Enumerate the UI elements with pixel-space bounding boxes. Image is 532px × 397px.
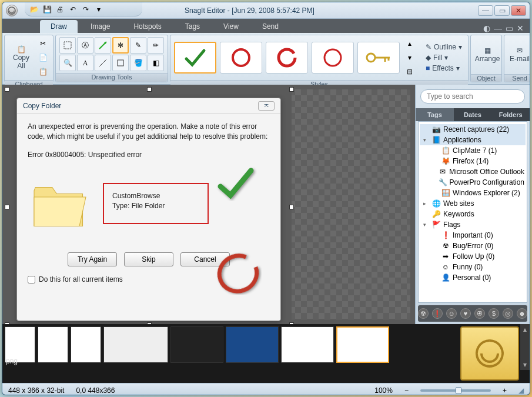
flag-swirl-icon[interactable]: ֎ [474,308,485,319]
zoom-knob[interactable] [456,387,461,394]
do-this-checkbox[interactable] [28,276,35,283]
maximize-button[interactable]: ▭ [494,5,510,16]
handle-ne[interactable] [289,87,294,92]
thumbnail[interactable] [281,326,334,363]
handle-n[interactable] [147,87,152,92]
tool-line[interactable] [95,55,111,71]
side-tab-folders[interactable]: Folders [491,108,530,121]
qat-dropdown-icon[interactable]: ▾ [94,5,103,14]
skip-button[interactable]: Skip [124,252,173,266]
search-input[interactable] [427,92,518,101]
style-checkmark-green[interactable] [174,42,216,74]
tool-select[interactable] [59,37,76,54]
tree-row[interactable]: ☢Bug/Error (0) [420,241,526,251]
outline-dropdown[interactable]: ✎Outline ▾ [423,42,464,52]
tree-row[interactable]: 🔧PowerPro Configuration [420,177,526,188]
thumbnail-list[interactable] [2,324,458,383]
search-box[interactable] [420,89,525,104]
print-icon[interactable]: 🖨 [55,5,65,14]
redo-icon[interactable]: ↷ [81,5,91,14]
canvas-selection[interactable]: Copy Folder ㅈ An unexpected error is pre… [7,89,292,325]
undo-icon[interactable]: ↶ [68,5,78,14]
flag-love-icon[interactable]: ♥ [460,308,471,319]
canvas-area[interactable]: Copy Folder ㅈ An unexpected error is pre… [2,85,415,324]
ribbon-tab-draw[interactable]: Draw [40,20,78,33]
tool-text[interactable]: A [77,55,93,71]
style-circle-brush[interactable] [266,42,308,74]
side-tab-tags[interactable]: Tags [416,108,454,121]
paste-button[interactable]: 📋 [36,65,49,78]
copy-button[interactable]: 📄 [36,51,49,64]
arrange-button[interactable]: ▦Arrange [474,37,500,72]
tool-fill[interactable]: 🪣 [130,55,146,71]
open-icon[interactable]: 📂 [29,5,39,14]
tool-callout[interactable]: Ⓐ [77,37,93,54]
annotation-red-box[interactable]: CustomBrowse Type: File Folder [103,183,209,224]
thumbnail[interactable] [103,326,168,363]
thumbnail[interactable] [38,326,68,363]
annotation-green-check[interactable] [216,166,257,201]
handle-e[interactable] [289,205,294,209]
copy-all-button[interactable]: 📋 Copy All [8,40,34,75]
tool-pen[interactable]: ✎ [130,37,146,54]
tool-erase[interactable]: ◧ [148,55,164,71]
help-icon[interactable]: ◐ [483,24,490,33]
ribbon-tab-tags[interactable]: Tags [175,20,210,33]
thumbnail[interactable] [170,326,223,363]
ribbon-tab-send[interactable]: Send [252,20,289,33]
tree-row[interactable]: ☺Funny (0) [420,262,526,272]
effects-dropdown[interactable]: ■Effects ▾ [423,64,464,73]
zoom-out-button[interactable]: − [404,386,409,395]
tree-row[interactable]: 📋ClipMate 7 (1) [420,145,526,156]
flag-idea-icon[interactable]: ◎ [503,308,513,319]
tree-row[interactable]: ▾📘Applications [420,135,526,145]
mdi-close-icon[interactable]: ✕ [517,24,524,33]
tool-shape[interactable] [112,55,129,71]
email-button[interactable]: ✉E-mail [508,37,530,72]
handle-w[interactable] [5,205,9,209]
flag-funny-icon[interactable]: ☺ [446,308,457,319]
tree-row[interactable]: ➡Follow Up (0) [420,251,526,262]
mdi-minimize-icon[interactable]: — [494,24,502,33]
style-scroll-down[interactable]: ▾ [403,51,416,64]
handle-nw[interactable] [5,87,9,92]
save-icon[interactable]: 💾 [42,5,52,14]
style-expand[interactable]: ⊟ [403,65,416,78]
style-key[interactable] [357,42,400,74]
tool-highlight[interactable]: ✏ [148,37,164,54]
tree-row[interactable]: ▸🌐Web sites [420,198,526,209]
flag-personal-icon[interactable]: ☻ [517,308,527,319]
style-scroll-up[interactable]: ▴ [403,37,416,50]
tree-row[interactable]: 📷Recent captures (22) [420,124,526,135]
thumbnail[interactable] [226,326,279,363]
mdi-restore-icon[interactable]: ▭ [506,24,513,33]
tree-row[interactable]: 🪟Windows Explorer (2) [420,188,526,198]
flag-radiation-icon[interactable]: ☢ [418,308,429,319]
tree-row[interactable]: 🦊Firefox (14) [420,156,526,166]
dialog-close-button[interactable]: ㅈ [258,101,275,111]
thumbnail-selected[interactable] [336,326,389,363]
zoom-in-button[interactable]: + [503,386,507,395]
fill-dropdown[interactable]: ◆Fill ▾ [423,53,464,62]
side-tab-dates[interactable]: Dates [454,108,492,121]
flag-important-icon[interactable]: ❗ [432,308,443,319]
app-orb-button[interactable] [6,5,18,16]
tree-row[interactable]: ▾🚩Flags [420,219,526,230]
thumb-scroll-down[interactable]: ▾ [523,361,527,369]
ribbon-tab-view[interactable]: View [213,20,249,33]
thumbnail[interactable] [71,326,101,363]
thumbnail-scrollbar[interactable]: ▴ ▾ [520,324,530,370]
tree-row[interactable]: ❗Important (0) [420,230,526,241]
flag-money-icon[interactable]: $ [488,308,499,319]
thumb-scroll-up[interactable]: ▴ [523,325,527,333]
tool-stamp[interactable]: ✻ [112,37,129,54]
tag-tree[interactable]: 📷Recent captures (22)▾📘Applications📋Clip… [418,121,527,303]
tree-row[interactable]: 🔑Keywords [420,209,526,219]
ribbon-tab-hotspots[interactable]: Hotspots [123,20,172,33]
style-circle-solid[interactable] [220,42,262,74]
try-again-button[interactable]: Try Again [68,252,117,266]
tool-arrow[interactable] [95,37,111,54]
tree-row[interactable]: 👤Personal (0) [420,272,526,283]
ribbon-tab-image[interactable]: Image [80,20,121,33]
resize-grip-icon[interactable]: ◢ [518,386,524,395]
